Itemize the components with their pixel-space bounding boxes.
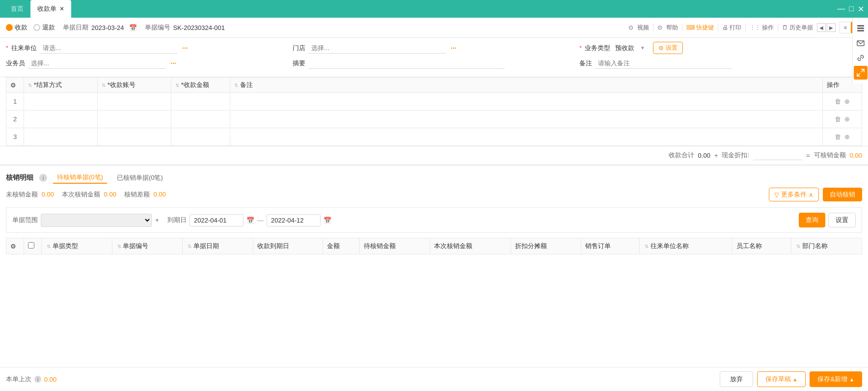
vcol-pending-header: 待核销金额 bbox=[360, 238, 430, 254]
biz-label: 业务类型 bbox=[585, 44, 610, 53]
row3-delete-icon[interactable]: 🗑 bbox=[835, 133, 841, 140]
row1-remark[interactable] bbox=[230, 93, 823, 111]
discount-input[interactable] bbox=[753, 150, 802, 160]
save-new-btn[interactable]: 保存&新增 ▲ bbox=[810, 371, 862, 387]
search-setting-btn[interactable]: 设置 bbox=[828, 213, 856, 227]
top-toolbar: 收款 退款 单据日期 2023-03-24 📅 单据编号 SK-20230324… bbox=[0, 18, 868, 38]
row1-copy-icon[interactable]: ⊕ bbox=[844, 98, 850, 105]
sidebar-email-icon[interactable] bbox=[854, 36, 868, 50]
tab-close-icon[interactable]: ✕ bbox=[59, 5, 64, 12]
shortcut-btn[interactable]: ⌨ 快捷键 bbox=[686, 24, 714, 32]
row3-settle[interactable] bbox=[24, 128, 98, 146]
table-row: 3 🗑 ⊕ bbox=[6, 128, 862, 146]
partner-input[interactable] bbox=[40, 43, 177, 54]
row1-account[interactable] bbox=[98, 93, 171, 111]
date-to-calendar-icon[interactable]: 📅 bbox=[324, 217, 331, 224]
sort-account-icon[interactable]: ⇅ bbox=[102, 83, 106, 88]
row2-delete-icon[interactable]: 🗑 bbox=[835, 115, 841, 123]
notes-input[interactable] bbox=[595, 58, 732, 69]
verify-diff-value: 0.00 bbox=[154, 191, 166, 198]
date-to-input[interactable] bbox=[267, 214, 321, 226]
sort-docnum-icon[interactable]: ⇅ bbox=[117, 244, 121, 249]
biz-type-dropdown-icon[interactable]: ▼ bbox=[640, 45, 645, 51]
summary-input[interactable] bbox=[308, 58, 505, 69]
tab-home[interactable]: 首页 bbox=[4, 0, 30, 18]
verify-info-icon[interactable]: i bbox=[39, 174, 47, 182]
row1-num: 1 bbox=[6, 93, 24, 111]
right-sidebar bbox=[852, 18, 868, 84]
row3-account[interactable] bbox=[98, 128, 171, 146]
row1-delete-icon[interactable]: 🗑 bbox=[835, 98, 841, 105]
partner-more-btn[interactable]: ··· bbox=[180, 44, 190, 52]
info-icon-footer[interactable]: i bbox=[34, 376, 41, 383]
setting-btn[interactable]: ⚙ 设置 bbox=[653, 42, 683, 54]
print-btn[interactable]: 🖨 打印 bbox=[722, 24, 741, 32]
date-from-calendar-icon[interactable]: 📅 bbox=[246, 217, 254, 224]
number-field: 单据编号 SK-20230324-001 bbox=[145, 23, 225, 32]
col-settle-header: ⇅ *结算方式 bbox=[24, 78, 98, 93]
row2-copy-icon[interactable]: ⊕ bbox=[844, 115, 850, 123]
nav-next-icon[interactable]: ▶ bbox=[827, 23, 836, 32]
receipt-radio[interactable]: 收款 bbox=[6, 23, 27, 32]
video-btn[interactable]: 视频 bbox=[637, 24, 649, 32]
store-input[interactable] bbox=[308, 43, 446, 54]
row3-ops: 🗑 ⊕ bbox=[823, 128, 862, 146]
col-remark-header: ⇅ 备注 bbox=[230, 78, 823, 93]
sort-remark-icon[interactable]: ⇅ bbox=[234, 83, 238, 88]
sort-doctype-icon[interactable]: ⇅ bbox=[47, 244, 51, 249]
row1-settle[interactable] bbox=[24, 93, 98, 111]
row2-remark[interactable] bbox=[230, 111, 823, 128]
window-maximize-icon[interactable]: □ bbox=[849, 4, 854, 14]
sidebar-link-icon[interactable] bbox=[854, 51, 868, 65]
auto-verify-btn[interactable]: 自动核销 bbox=[823, 188, 862, 201]
row3-remark[interactable] bbox=[230, 128, 823, 146]
sort-dept-icon[interactable]: ⇅ bbox=[796, 244, 800, 249]
vcol-duedate-header: 收款到期日 bbox=[253, 238, 323, 254]
sidebar-table-icon[interactable] bbox=[854, 22, 868, 35]
row2-amount[interactable] bbox=[171, 111, 230, 128]
sort-docdate-icon[interactable]: ⇅ bbox=[188, 244, 191, 249]
receipt-table-section: ⚙ ⇅ *结算方式 ⇅ *收款账号 ⇅ *收款金额 ⇅ bbox=[0, 77, 868, 146]
operation-btn[interactable]: ⋮⋮ 操作 bbox=[750, 24, 774, 32]
vcol-checkbox-header bbox=[24, 238, 42, 254]
table-row: 1 🗑 ⊕ bbox=[6, 93, 862, 111]
select-all-checkbox[interactable] bbox=[28, 242, 34, 249]
sort-partner-icon[interactable]: ⇅ bbox=[645, 244, 649, 249]
divider5 bbox=[778, 24, 778, 31]
tab-receipt[interactable]: 收款单 ✕ bbox=[30, 0, 71, 18]
verify-tab-pending[interactable]: 待核销单据(0笔) bbox=[53, 172, 107, 184]
sort-settle-icon[interactable]: ⇅ bbox=[28, 83, 32, 88]
vcol-docnum-header: ⇅ 单据编号 bbox=[112, 238, 183, 254]
window-minimize-icon[interactable]: — bbox=[837, 4, 845, 14]
row3-copy-icon[interactable]: ⊕ bbox=[844, 133, 850, 140]
history-btn[interactable]: 🗒 历史单据 bbox=[782, 24, 813, 32]
help-btn[interactable]: 帮助 bbox=[666, 24, 678, 32]
sales-input[interactable] bbox=[28, 58, 165, 69]
row2-ops: 🗑 ⊕ bbox=[823, 111, 862, 128]
range-select[interactable] bbox=[41, 214, 152, 227]
date-calendar-icon[interactable]: 📅 bbox=[129, 24, 137, 31]
table-gear-icon[interactable]: ⚙ bbox=[10, 82, 16, 89]
refund-radio[interactable]: 退款 bbox=[33, 23, 55, 32]
date-field: 单据日期 2023-03-24 📅 bbox=[63, 23, 137, 32]
save-draft-btn[interactable]: 保存草稿 ▲ bbox=[757, 371, 806, 387]
query-btn[interactable]: 查询 bbox=[799, 213, 825, 227]
row3-amount[interactable] bbox=[171, 128, 230, 146]
nav-prev-icon[interactable]: ◀ bbox=[817, 23, 826, 32]
sidebar-expand-icon[interactable] bbox=[854, 66, 868, 80]
draft-dropdown-icon[interactable]: ▲ bbox=[793, 377, 798, 382]
sort-amount-icon[interactable]: ⇅ bbox=[175, 83, 179, 88]
store-more-btn[interactable]: ··· bbox=[449, 44, 459, 52]
row1-amount[interactable] bbox=[171, 93, 230, 111]
window-close-icon[interactable]: ✕ bbox=[858, 4, 864, 14]
row2-settle[interactable] bbox=[24, 111, 98, 128]
more-conditions-btn[interactable]: ▽ 更多条件 ∧ bbox=[769, 188, 819, 201]
date-from-input[interactable] bbox=[190, 214, 244, 226]
save-dropdown-icon[interactable]: ▲ bbox=[849, 377, 854, 382]
vtable-gear-icon[interactable]: ⚙ bbox=[10, 243, 16, 250]
layout-list-btn[interactable]: ≡ bbox=[840, 22, 851, 33]
sales-more-btn[interactable]: ··· bbox=[168, 59, 178, 67]
abandon-btn[interactable]: 放弃 bbox=[720, 371, 753, 387]
row2-account[interactable] bbox=[98, 111, 171, 128]
verify-tab-done[interactable]: 已核销单据(0笔) bbox=[113, 172, 167, 183]
